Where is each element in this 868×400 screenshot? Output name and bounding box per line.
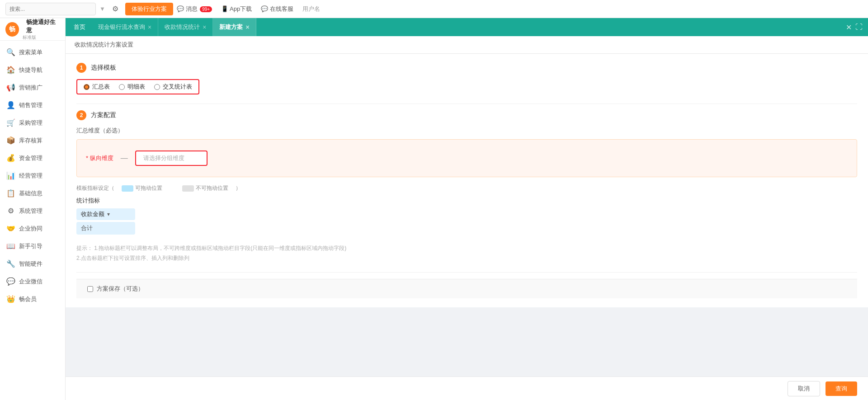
radio-cross[interactable]: 交叉统计表	[154, 83, 192, 91]
management-icon: 📊	[6, 171, 15, 180]
tab-new-plan[interactable]: 新建方案 ×	[213, 18, 256, 36]
search-icon: 🔍	[6, 48, 15, 56]
sidebar-item-basic[interactable]: 📋 基础信息	[0, 184, 65, 202]
sidebar-nav: 🔍 搜索菜单 🏠 快捷导航 📢 营销推广 👤 销售管理 🛒 采购管理 📦	[0, 41, 65, 400]
maximize-icon[interactable]: ⛶	[855, 23, 863, 31]
hardware-icon: 🔧	[6, 259, 15, 268]
legend-close: ）	[236, 184, 241, 192]
download-btn[interactable]: 📱 App下载	[221, 5, 252, 13]
sidebar-item-wechat[interactable]: 💬 企业微信	[0, 273, 65, 290]
sidebar-item-marketing[interactable]: 📢 营销推广	[0, 79, 65, 96]
tab-bar-right: ✕ ⛶	[846, 23, 866, 32]
guide-icon: 📖	[6, 242, 15, 250]
sales-icon: 👤	[6, 101, 15, 109]
divider1	[76, 104, 857, 104]
step2-num: 2	[76, 110, 86, 120]
sidebar-item-purchase[interactable]: 🛒 采购管理	[0, 114, 65, 132]
logo-title: 畅捷通好生意	[26, 18, 60, 34]
tab-home[interactable]: 首页	[67, 18, 92, 36]
cooperation-icon: 🤝	[6, 224, 15, 233]
download-icon: 📱	[221, 5, 228, 12]
gear-icon[interactable]: ⚙	[109, 3, 122, 15]
service-btn[interactable]: 💬 在线客服	[261, 5, 293, 13]
radio-detail[interactable]: 明细表	[119, 83, 145, 91]
sidebar-item-member[interactable]: 👑 畅会员	[0, 290, 65, 308]
finance-icon: 💰	[6, 154, 15, 162]
purchase-icon: 🛒	[6, 118, 15, 127]
sidebar-item-inventory[interactable]: 📦 库存核算	[0, 132, 65, 149]
draggable-color	[122, 185, 133, 192]
logo: 畅 畅捷通好生意 标准版	[0, 18, 65, 41]
top-right-actions: 💬 消息 99+ 📱 App下载 💬 在线客服 用户名	[177, 5, 320, 13]
radio-cross-input[interactable]	[154, 84, 160, 90]
query-button[interactable]: 查询	[826, 381, 857, 396]
indicator-wrap: 统计指标 收款金额 ▾ 合计	[76, 197, 857, 235]
sidebar: 畅 畅捷通好生意 标准版 🔍 搜索菜单 🏠 快捷导航 📢 营销推广 👤 销售管理	[0, 18, 66, 400]
user-info: 用户名	[302, 5, 320, 13]
tab-close-receipts[interactable]: ×	[203, 24, 206, 31]
radio-summary-input[interactable]	[84, 84, 90, 90]
indicator-title-text: 模板指标设定（	[76, 184, 114, 192]
step1-num: 1	[76, 63, 86, 73]
radio-detail-input[interactable]	[119, 84, 125, 90]
service-icon: 💬	[261, 5, 268, 12]
inventory-icon: 📦	[6, 136, 15, 145]
bottom-action-bar: 取消 查询	[66, 376, 868, 400]
save-checkbox[interactable]	[87, 286, 93, 292]
sidebar-item-finance[interactable]: 💰 资金管理	[0, 149, 65, 167]
sidebar-item-home[interactable]: 🏠 快捷导航	[0, 61, 65, 79]
indicator-section: 模板指标设定（ 可拖动位置 不可拖动位置 ）	[76, 184, 857, 235]
tip1: 提示： 1.拖动标题栏可以调整布局，不可跨维度或指标区域拖动栏目字段(只能在同一…	[76, 244, 857, 254]
sidebar-item-sales[interactable]: 👤 销售管理	[0, 96, 65, 114]
form-container: 1 选择模板 汇总表 明细表	[66, 54, 868, 307]
sidebar-item-guide[interactable]: 📖 新手引导	[0, 237, 65, 255]
indicator-label: 统计指标	[76, 197, 857, 205]
indicator-subtag-total: 合计	[76, 222, 135, 235]
fixed-color	[182, 185, 194, 192]
marketing-icon: 📢	[6, 83, 15, 92]
system-icon: ⚙	[6, 207, 15, 215]
legend-separator	[170, 184, 175, 192]
sidebar-item-cooperation[interactable]: 🤝 企业协同	[0, 220, 65, 237]
member-icon: 👑	[6, 295, 15, 303]
tab-close-new-plan[interactable]: ×	[245, 24, 249, 31]
dimension-row: * 纵向维度 — 请选择分组维度	[86, 151, 848, 166]
dimension-select[interactable]: 请选择分组维度	[135, 151, 208, 166]
search-input[interactable]	[5, 3, 96, 15]
close-window-icon[interactable]: ✕	[846, 23, 852, 32]
indicator-legend: 模板指标设定（ 可拖动位置 不可拖动位置 ）	[76, 184, 857, 192]
chevron-down-icon[interactable]: ▼	[99, 5, 105, 12]
indicator-block: 收款金额 ▾ 合计	[76, 208, 135, 235]
template-selection: 汇总表 明细表 交叉统计表	[76, 79, 199, 94]
tip2: 2.点击标题栏下拉可设置排序、插入列和删除列	[76, 254, 857, 264]
logo-text-area: 畅捷通好生意 标准版	[23, 18, 60, 41]
dimension-config-title: 汇总维度（必选）	[76, 127, 857, 135]
tab-close-cashflow[interactable]: ×	[148, 24, 151, 31]
sidebar-item-management[interactable]: 📊 经营管理	[0, 167, 65, 184]
top-bar: ▼ ⚙ 体验行业方案 💬 消息 99+ 📱 App下载 💬 在线客服 用户名	[0, 0, 868, 18]
chevron-down-icon: ▾	[107, 211, 110, 217]
logo-subtitle: 标准版	[23, 34, 60, 41]
cancel-button[interactable]: 取消	[788, 381, 820, 396]
indicator-tag-amount[interactable]: 收款金额 ▾	[76, 208, 135, 220]
legend-fixed: 不可拖动位置	[182, 184, 228, 192]
sidebar-item-search[interactable]: 🔍 搜索菜单	[0, 43, 65, 61]
tab-cashflow[interactable]: 现金银行流水查询 ×	[92, 18, 158, 36]
content-area: 收款情况统计方案设置 1 选择模板 汇总表	[66, 36, 868, 400]
step1-section: 1 选择模板 汇总表 明细表	[76, 63, 857, 94]
home-icon: 🏠	[6, 66, 15, 74]
dimension-area: * 纵向维度 — 请选择分组维度	[76, 139, 857, 177]
sidebar-item-system[interactable]: ⚙ 系统管理	[0, 202, 65, 220]
tips-section: 提示： 1.拖动标题栏可以调整布局，不可跨维度或指标区域拖动栏目字段(只能在同一…	[76, 244, 857, 263]
industry-btn[interactable]: 体验行业方案	[125, 3, 173, 15]
logo-icon: 畅	[5, 22, 19, 37]
step1-header: 1 选择模板	[76, 63, 857, 73]
message-btn[interactable]: 💬 消息 99+	[177, 5, 212, 13]
message-icon: 💬	[177, 5, 184, 12]
radio-summary[interactable]: 汇总表	[84, 83, 110, 91]
sidebar-item-hardware[interactable]: 🔧 智能硬件	[0, 255, 65, 273]
tab-receipts[interactable]: 收款情况统计 ×	[158, 18, 213, 36]
divider2	[76, 272, 857, 273]
page-breadcrumb: 收款情况统计方案设置	[66, 36, 868, 54]
legend-draggable: 可拖动位置	[122, 184, 162, 192]
